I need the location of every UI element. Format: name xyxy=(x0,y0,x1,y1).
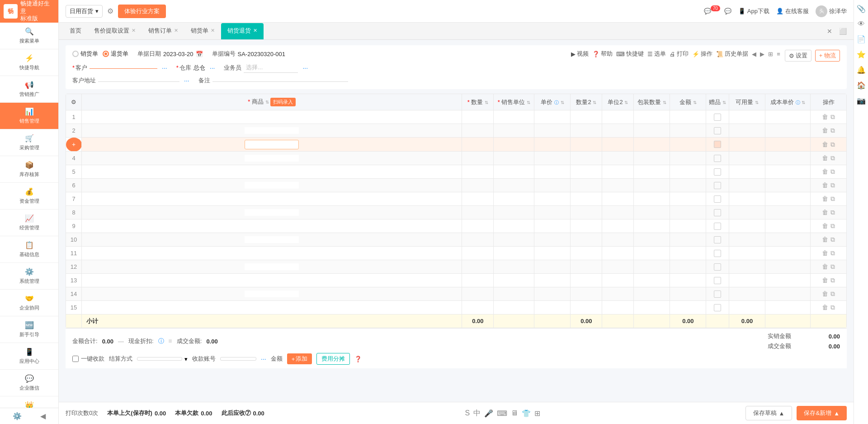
cell-cost-price-5[interactable] xyxy=(765,165,811,179)
cell-unit2-14[interactable] xyxy=(602,287,634,301)
product-input-2[interactable] xyxy=(245,127,299,134)
gift-checkbox-2[interactable] xyxy=(714,127,721,134)
cell-unit2-1[interactable] xyxy=(602,110,634,124)
customer-picker-icon[interactable]: ··· xyxy=(162,64,167,71)
nav-next-icon[interactable]: ▶ xyxy=(760,51,764,57)
cell-cost-price-10[interactable] xyxy=(765,233,811,247)
bottom-icon-5[interactable]: 🖥 xyxy=(511,409,518,417)
cell-qty-6[interactable] xyxy=(462,179,494,192)
gift-checkbox-11[interactable] xyxy=(714,250,721,257)
settings-button[interactable]: ⚙ 设置 xyxy=(785,50,811,62)
cell-qty2-2[interactable] xyxy=(571,124,602,138)
cell-qty-12[interactable] xyxy=(462,260,494,274)
cell-pack-qty-14[interactable] xyxy=(634,287,670,301)
bottom-icon-1[interactable]: S xyxy=(465,409,470,417)
gift-checkbox-7[interactable] xyxy=(714,195,721,203)
cell-product-7[interactable] xyxy=(82,192,462,206)
right-sidebar-icon-7[interactable]: 📷 xyxy=(857,96,866,105)
cell-unit-price-1[interactable] xyxy=(534,110,571,124)
cell-unit-price-12[interactable] xyxy=(534,260,571,274)
cell-cost-price-4[interactable] xyxy=(765,152,811,165)
cell-qty-2[interactable] xyxy=(462,124,494,138)
cell-cost-price-3[interactable] xyxy=(765,138,811,152)
cell-product-8[interactable] xyxy=(82,206,462,219)
sidebar-item-operations[interactable]: 📈 经营管理 xyxy=(0,210,58,236)
tab-sales-order[interactable]: 销售订单 ✕ xyxy=(142,23,184,39)
sidebar-item-purchase[interactable]: 🛒 采购管理 xyxy=(0,129,58,156)
gift-checkbox-14[interactable] xyxy=(714,291,721,298)
radio-sale-bill[interactable]: 销货单 xyxy=(72,50,98,58)
warehouse-picker-icon[interactable]: ··· xyxy=(210,64,215,71)
salesperson-input[interactable]: 选择... xyxy=(244,62,298,73)
cell-unit-price-5[interactable] xyxy=(534,165,571,179)
sidebar-item-quick-nav[interactable]: ⚡ 快捷导航 xyxy=(0,49,58,76)
cell-unit-price-4[interactable] xyxy=(534,152,571,165)
bottom-icon-4[interactable]: ⌨ xyxy=(497,409,507,418)
copy-row-icon-1[interactable]: ⧉ xyxy=(830,113,835,121)
copy-row-icon-13[interactable]: ⧉ xyxy=(830,276,835,284)
cell-amount-8[interactable] xyxy=(670,206,706,219)
tab-price-settings-close[interactable]: ✕ xyxy=(132,28,136,33)
cell-amount-15[interactable] xyxy=(670,301,706,314)
copy-row-icon-11[interactable]: ⧉ xyxy=(830,249,835,257)
sidebar-item-base-info[interactable]: 📋 基础信息 xyxy=(0,236,58,263)
gift-checkbox-8[interactable] xyxy=(714,209,721,216)
delete-row-icon-2[interactable]: 🗑 xyxy=(822,127,828,134)
right-sidebar-icon-6[interactable]: 🏠 xyxy=(857,81,866,90)
delete-row-icon-15[interactable]: 🗑 xyxy=(822,304,828,311)
cell-cost-price-8[interactable] xyxy=(765,206,811,219)
cell-unit2-5[interactable] xyxy=(602,165,634,179)
cell-unit-price-8[interactable] xyxy=(534,206,571,219)
sidebar-item-member[interactable]: 👑 畅会员 xyxy=(0,396,58,408)
cell-pack-qty-7[interactable] xyxy=(634,192,670,206)
delete-row-icon-13[interactable]: 🗑 xyxy=(822,276,828,284)
sidebar-item-marketing[interactable]: 📢 营销推广 xyxy=(0,76,58,103)
save-draft-button[interactable]: 保存草稿 ▲ xyxy=(745,406,793,420)
product-input-6[interactable] xyxy=(245,182,299,189)
copy-row-icon-3[interactable]: ⧉ xyxy=(830,141,835,148)
cell-amount-11[interactable] xyxy=(670,247,706,260)
product-input-10[interactable] xyxy=(245,236,299,243)
date-value[interactable]: 2023-03-20 xyxy=(163,51,193,57)
cell-pack-qty-11[interactable] xyxy=(634,247,670,260)
cell-available-11[interactable] xyxy=(729,247,765,260)
gift-checkbox-6[interactable] xyxy=(714,182,721,189)
bottom-icon-7[interactable]: ⊞ xyxy=(534,409,540,418)
industry-selector[interactable]: 日用百货 ▾ xyxy=(66,5,103,18)
cell-product-15[interactable] xyxy=(82,301,462,314)
cell-qty-4[interactable] xyxy=(462,152,494,165)
cell-product-14[interactable] xyxy=(82,287,462,301)
cell-qty2-9[interactable] xyxy=(571,219,602,233)
gift-sort-icon[interactable]: ⇅ xyxy=(722,100,726,105)
gift-checkbox-15[interactable] xyxy=(714,304,721,311)
cell-unit2-11[interactable] xyxy=(602,247,634,260)
calendar-icon[interactable]: 📅 xyxy=(196,51,203,57)
bottom-icon-2[interactable]: 中 xyxy=(473,409,481,418)
cell-qty2-6[interactable] xyxy=(571,179,602,192)
copy-row-icon-5[interactable]: ⧉ xyxy=(830,168,835,176)
cell-sales-unit-10[interactable] xyxy=(494,233,534,247)
cell-amount-3[interactable] xyxy=(670,138,706,152)
cell-available-4[interactable] xyxy=(729,152,765,165)
cell-qty-5[interactable] xyxy=(462,165,494,179)
cell-amount-12[interactable] xyxy=(670,260,706,274)
delete-row-icon-12[interactable]: 🗑 xyxy=(822,263,828,271)
cell-product-3[interactable] xyxy=(82,138,462,152)
experience-btn[interactable]: 体验行业方案 xyxy=(118,5,166,18)
qty2-sort-icon[interactable]: ⇅ xyxy=(593,100,596,105)
gift-checkbox-10[interactable] xyxy=(714,236,721,243)
cell-cost-price-15[interactable] xyxy=(765,301,811,314)
fee-help-icon[interactable]: ❓ xyxy=(354,356,362,362)
cell-pack-qty-10[interactable] xyxy=(634,233,670,247)
delete-row-icon-8[interactable]: 🗑 xyxy=(822,209,828,216)
tab-sales-bill[interactable]: 销货单 ✕ xyxy=(184,23,221,39)
cell-qty-7[interactable] xyxy=(462,192,494,206)
copy-row-icon-9[interactable]: ⧉ xyxy=(830,222,835,230)
gift-checkbox-3[interactable] xyxy=(714,141,721,148)
cell-unit2-4[interactable] xyxy=(602,152,634,165)
cell-product-2[interactable] xyxy=(82,124,462,138)
tab-sales-bill-close[interactable]: ✕ xyxy=(211,28,215,33)
cell-pack-qty-3[interactable] xyxy=(634,138,670,152)
radio-return-bill[interactable]: 退货单 xyxy=(103,50,128,58)
cell-product-5[interactable] xyxy=(82,165,462,179)
